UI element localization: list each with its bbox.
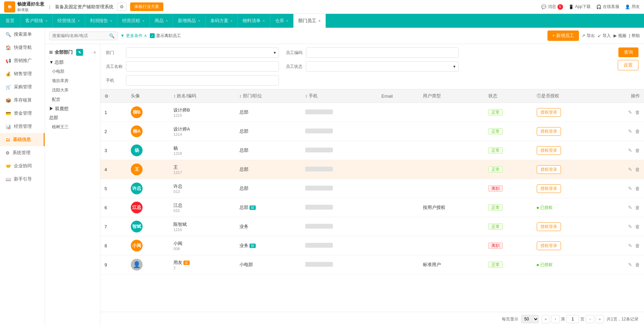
empname-input[interactable]	[126, 61, 279, 72]
dept-child-peihuo[interactable]: 配货	[45, 95, 100, 104]
message-item[interactable]: 💬 消息 5	[541, 4, 563, 10]
edit-action-icon[interactable]: ✎	[628, 129, 632, 134]
add-employee-button[interactable]: + 新增员工	[547, 30, 579, 41]
auth-button[interactable]: 授权登录	[537, 165, 561, 174]
sidebar-item-nav[interactable]: 🏠 快捷导航	[0, 41, 45, 54]
query-button[interactable]: 查询	[618, 47, 638, 57]
dept-child-xiaodian[interactable]: 小电部	[45, 67, 100, 76]
delete-action-icon[interactable]: 🗑	[635, 148, 640, 153]
delete-action-icon[interactable]: 🗑	[635, 129, 640, 134]
tab-close[interactable]: ×	[230, 19, 233, 23]
dept-child-xiangmu[interactable]: 项目库房	[45, 76, 100, 86]
tab-operation[interactable]: 经营情况 ×	[53, 14, 85, 28]
edit-action-icon[interactable]: ✎	[628, 167, 632, 172]
gear-button[interactable]: ⚙	[117, 3, 127, 11]
status-select[interactable]: ▾	[306, 61, 459, 72]
tab-department[interactable]: 部门员工 ×	[293, 14, 326, 28]
edit-action-icon[interactable]: ✎	[628, 224, 632, 229]
edit-icon[interactable]: ✎	[76, 49, 83, 56]
per-page-select[interactable]: 50 20 100	[521, 315, 539, 323]
auth-button[interactable]: 授权登录	[537, 222, 561, 231]
dept-select[interactable]: ▾	[126, 47, 279, 58]
reset-button[interactable]: 设置	[618, 60, 638, 70]
col-phone[interactable]: ↕ 手机	[301, 89, 377, 103]
tab-close[interactable]: ×	[263, 19, 265, 23]
sidebar-item-collab[interactable]: 🤝 企业协同	[0, 159, 45, 173]
import-button[interactable]: ↙ 导入	[598, 33, 611, 39]
tab-close[interactable]: ×	[198, 19, 200, 23]
tab-barcode[interactable]: 条码方案 ×	[206, 14, 238, 28]
delete-action-icon[interactable]: 🗑	[635, 262, 640, 267]
delete-action-icon[interactable]: 🗑	[635, 109, 640, 115]
trial-button[interactable]: 体验行业方案	[130, 2, 163, 11]
dept-group-shuangluxiang[interactable]: ▶ 双鹿想	[45, 104, 100, 113]
tab-close[interactable]: ×	[45, 19, 47, 23]
sidebar-item-marketing[interactable]: 📢 营销推广	[0, 54, 45, 67]
delete-action-icon[interactable]: 🗑	[635, 167, 640, 172]
page-last[interactable]: »	[596, 315, 604, 323]
tab-bom[interactable]: 物料清单 ×	[238, 14, 270, 28]
sidebar-item-management[interactable]: 📊 经营管理	[0, 120, 45, 133]
edit-action-icon[interactable]: ✎	[628, 205, 632, 210]
sidebar-item-basic[interactable]: 🗂 基础信息	[0, 133, 45, 146]
edit-dept-icon[interactable]: ✎	[76, 49, 83, 56]
sidebar-item-sales[interactable]: 💰 销售管理	[0, 67, 45, 80]
row-auth[interactable]: 授权登录	[533, 141, 601, 160]
tab-close[interactable]: ×	[142, 19, 144, 23]
tab-close[interactable]: ×	[110, 19, 112, 23]
collapse-icon[interactable]: «	[93, 50, 96, 55]
delete-action-icon[interactable]: 🗑	[635, 186, 640, 191]
row-auth[interactable]: 授权登录	[533, 103, 601, 122]
page-input[interactable]	[566, 315, 579, 323]
auth-button[interactable]: 授权登录	[537, 146, 561, 155]
sidebar-item-inventory[interactable]: 📦 库存核算	[0, 94, 45, 107]
edit-action-icon[interactable]: ✎	[628, 148, 632, 153]
tab-close[interactable]: ×	[318, 19, 320, 23]
row-auth[interactable]: 授权登录	[533, 160, 601, 179]
tab-close[interactable]: ×	[78, 19, 80, 23]
page-prev[interactable]: ‹	[551, 315, 560, 323]
view-button[interactable]: ▶ 视频	[614, 33, 626, 39]
show-inactive-wrap[interactable]: ✓ 显示离职员工	[150, 33, 181, 39]
app-download-item[interactable]: 📱 App下载	[569, 4, 591, 10]
sidebar-item-guide[interactable]: 📖 新手引导	[0, 173, 45, 186]
tab-close[interactable]: ×	[286, 19, 288, 23]
page-first[interactable]: «	[542, 315, 550, 323]
tab-process[interactable]: 经营历程 ×	[117, 14, 149, 28]
tab-home[interactable]: 首页	[0, 14, 20, 28]
edit-action-icon[interactable]: ✎	[628, 109, 632, 115]
delete-action-icon[interactable]: 🗑	[635, 243, 640, 248]
export-button[interactable]: ↗ 导出	[582, 33, 595, 39]
dept-group-zongbu[interactable]: ▼ 总部	[45, 58, 100, 67]
help-button[interactable]: | 帮助	[629, 33, 640, 39]
search-wrap[interactable]: 🔍	[49, 32, 118, 40]
auth-button[interactable]: 授权登录	[537, 127, 561, 136]
col-settings[interactable]: ⚙	[100, 89, 127, 103]
show-inactive-checkbox[interactable]: ✓	[150, 33, 155, 38]
col-name[interactable]: ↕ 姓名/编码	[169, 89, 235, 103]
search-input[interactable]	[52, 33, 108, 38]
user-item[interactable]: 👤 用友	[625, 4, 640, 10]
tab-add-goods[interactable]: 新增商品 ×	[173, 14, 205, 28]
filter-more-button[interactable]: ▼ 更多条件 ∧	[120, 33, 147, 39]
sidebar-item-finance[interactable]: 💳 资金管理	[0, 107, 45, 120]
col-dept[interactable]: ↕ 部门/职位	[235, 89, 301, 103]
edit-action-icon[interactable]: ✎	[628, 243, 632, 248]
row-auth[interactable]: 授权登录	[533, 179, 601, 198]
sidebar-item-system[interactable]: ⚙ 系统管理	[0, 146, 45, 159]
row-auth[interactable]: 授权登录	[533, 217, 601, 236]
dept-child-shenyang[interactable]: 沈阳大库	[45, 86, 100, 95]
auth-button[interactable]: 授权登录	[537, 241, 561, 250]
edit-action-icon[interactable]: ✎	[628, 262, 632, 267]
tab-warehouse[interactable]: 仓库 ×	[270, 14, 293, 28]
tab-close[interactable]: ×	[166, 19, 168, 23]
tab-customer[interactable]: 客户联络 ×	[20, 14, 53, 28]
delete-action-icon[interactable]: 🗑	[635, 205, 640, 210]
dept-group-zongbu2[interactable]: 总部	[45, 113, 100, 122]
edit-action-icon[interactable]: ✎	[628, 186, 632, 191]
row-auth[interactable]: 授权登录	[533, 236, 601, 255]
page-next[interactable]: ›	[586, 315, 594, 323]
sidebar-item-search[interactable]: 🔍 搜索菜单	[0, 28, 45, 41]
tab-profit[interactable]: 利润报告 ×	[85, 14, 117, 28]
auth-button[interactable]: 授权登录	[537, 108, 561, 117]
